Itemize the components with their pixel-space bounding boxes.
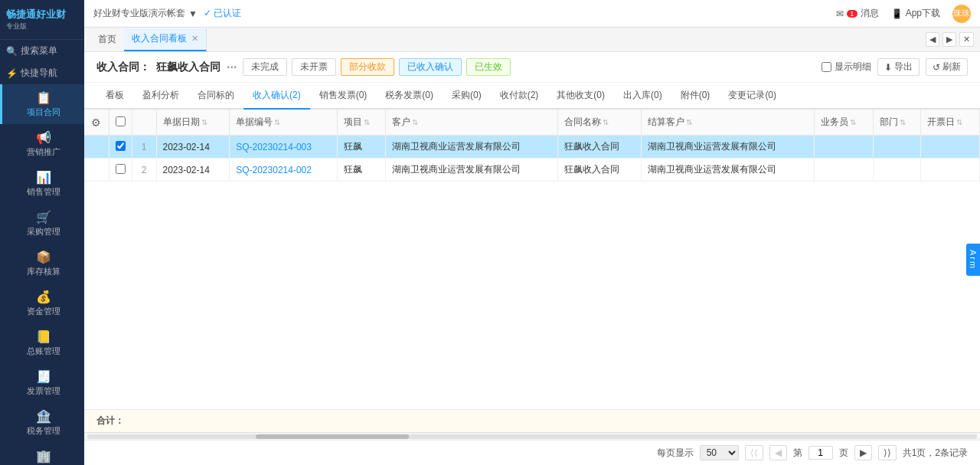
- scrollbar-thumb[interactable]: [256, 434, 409, 439]
- certified-badge: ✓ 已认证: [204, 7, 241, 20]
- row2-checkbox[interactable]: [109, 159, 132, 182]
- tab-home[interactable]: 首页: [90, 28, 124, 51]
- sidebar-item-inventory[interactable]: 📦 库存核算: [0, 244, 84, 283]
- sidebar-item-tax[interactable]: 🏦 税务管理: [0, 403, 84, 443]
- invoice-icon: 🧾: [36, 369, 51, 384]
- pagination: 每页显示 20 50 100 ⟨⟨ ◀ 第 页 ▶ ⟩⟩ 共1页，2条记录: [84, 440, 980, 465]
- status-not-complete[interactable]: 未完成: [243, 58, 287, 76]
- sub-tab-sales-invoice[interactable]: 销售发票(0): [310, 83, 377, 110]
- row2-order-no[interactable]: SQ-20230214-002: [230, 159, 338, 182]
- prev-page-btn[interactable]: ◀: [769, 445, 787, 460]
- col-project-header[interactable]: 项目 ⇅: [338, 110, 385, 136]
- app-download-btn[interactable]: 📱 App下载: [891, 7, 940, 20]
- tab-close-icon[interactable]: ✕: [191, 34, 198, 44]
- first-page-btn[interactable]: ⟨⟨: [745, 445, 763, 460]
- row1-contract-name: 狂飙收入合同: [558, 136, 642, 159]
- sub-tabs: 看板 盈利分析 合同标的 收入确认(2) 销售发票(0) 税务发票(0) 采购(…: [84, 83, 980, 110]
- row2-num: 2: [132, 159, 156, 182]
- sub-tab-contract-standard[interactable]: 合同标的: [188, 83, 243, 110]
- tabbar-next-btn[interactable]: ▶: [942, 32, 956, 47]
- pagination-total: 共1页，2条记录: [903, 447, 968, 460]
- message-btn[interactable]: ✉ 1 消息: [836, 7, 879, 20]
- sidebar-item-accounting[interactable]: 📒 总账管理: [0, 323, 84, 363]
- col-open-date-header[interactable]: 开票日 ⇅: [921, 110, 980, 136]
- sidebar-search-menu[interactable]: 🔍 搜索菜单: [0, 40, 84, 62]
- sub-tab-other-income[interactable]: 其他收支(0): [547, 83, 614, 110]
- sort-customer-icon: ⇅: [412, 118, 418, 126]
- col-salesperson-header[interactable]: 业务员 ⇅: [814, 110, 873, 136]
- app-icon: 📱: [891, 8, 903, 19]
- search-icon: 🔍: [6, 46, 18, 57]
- company-arrow-icon: ▼: [188, 8, 198, 19]
- accounting-icon: 📒: [36, 329, 51, 344]
- status-effective[interactable]: 已生效: [466, 58, 511, 76]
- table-footer: 合计：: [84, 409, 980, 432]
- per-page-select[interactable]: 20 50 100: [700, 445, 739, 460]
- table-row[interactable]: 1 2023-02-14 SQ-20230214-003 狂飙 湖南卫视商业运营…: [84, 136, 980, 159]
- sub-tab-profit[interactable]: 盈利分析: [133, 83, 188, 110]
- sub-tab-outbound[interactable]: 出入库(0): [614, 83, 671, 110]
- sidebar-item-sales[interactable]: 📊 销售管理: [0, 164, 84, 204]
- more-icon[interactable]: ···: [227, 61, 237, 74]
- col-contract-name-header[interactable]: 合同名称 ⇅: [558, 110, 642, 136]
- row2-contract-name: 狂飙收入合同: [558, 159, 642, 182]
- sub-tab-attachments[interactable]: 附件(0): [671, 83, 720, 110]
- status-income-confirmed[interactable]: 已收入确认: [399, 58, 462, 76]
- sort-order-icon: ⇅: [274, 118, 280, 126]
- row1-order-no[interactable]: SQ-20230214-003: [230, 136, 338, 159]
- page-input[interactable]: [808, 446, 833, 460]
- sub-tab-tax-invoice[interactable]: 税务发票(0): [376, 83, 443, 110]
- sidebar-item-finance[interactable]: 💰 资金管理: [0, 283, 84, 323]
- user-avatar-area[interactable]: 珠珠: [952, 5, 971, 23]
- sidebar-item-project[interactable]: 📋 项目合同: [0, 84, 84, 124]
- sidebar-item-purchase[interactable]: 🛒 采购管理: [0, 204, 84, 244]
- row1-open-date: [921, 136, 980, 159]
- refresh-btn[interactable]: ↺ 刷新: [926, 58, 968, 76]
- sidebar-item-marketing[interactable]: 📢 营销推广: [0, 124, 84, 164]
- row2-department: [873, 159, 920, 182]
- row2-date: 2023-02-14: [156, 159, 230, 182]
- col-date-header[interactable]: 单据日期 ⇅: [156, 110, 230, 136]
- tabbar: 首页 收入合同看板 ✕ ◀ ▶ ✕: [84, 28, 980, 52]
- col-customer-header[interactable]: 客户 ⇅: [385, 110, 558, 136]
- show-detail-input[interactable]: [822, 62, 831, 72]
- col-order-no-header[interactable]: 单据编号 ⇅: [230, 110, 338, 136]
- row1-end-customer: 湖南卫视商业运营发展有限公司: [642, 136, 815, 159]
- export-btn[interactable]: ⬇ 导出: [877, 58, 920, 76]
- float-action-btn[interactable]: Arm: [966, 243, 980, 275]
- row1-checkbox[interactable]: [109, 136, 132, 159]
- message-label: 消息: [861, 7, 879, 20]
- sort-department-icon: ⇅: [900, 118, 906, 126]
- status-partial-received[interactable]: 部分收款: [341, 58, 394, 76]
- sidebar-item-assets[interactable]: 🏢 固定资产: [0, 443, 84, 465]
- sub-tab-kanban[interactable]: 看板: [96, 83, 133, 110]
- project-icon: 📋: [36, 90, 51, 105]
- row2-end-customer: 湖南卫视商业运营发展有限公司: [642, 159, 815, 182]
- sidebar-item-invoice[interactable]: 🧾 发票管理: [0, 363, 84, 403]
- status-not-invoiced[interactable]: 未开票: [292, 58, 336, 76]
- last-page-btn[interactable]: ⟩⟩: [878, 445, 897, 460]
- tabbar-close-btn[interactable]: ✕: [959, 32, 974, 47]
- sub-tab-payment[interactable]: 收付款(2): [491, 83, 548, 110]
- company-selector[interactable]: 好业财专业版演示帐套 ▼: [93, 7, 198, 20]
- sub-tab-income-confirm[interactable]: 收入确认(2): [243, 83, 310, 110]
- sub-tab-purchase[interactable]: 采购(0): [443, 83, 491, 110]
- select-all-checkbox[interactable]: [116, 116, 126, 126]
- main-area: 好业财专业版演示帐套 ▼ ✓ 已认证 ✉ 1 消息 📱 App下载 珠珠: [84, 0, 980, 465]
- settings-icon[interactable]: ⚙: [91, 116, 101, 129]
- page-end-label: 页: [839, 447, 848, 460]
- table-row[interactable]: 2 2023-02-14 SQ-20230214-002 狂飙 湖南卫视商业运营…: [84, 159, 980, 182]
- row1-salesperson: [814, 136, 873, 159]
- tab-income-contract[interactable]: 收入合同看板 ✕: [124, 28, 207, 51]
- next-page-btn[interactable]: ▶: [854, 445, 872, 460]
- purchase-icon: 🛒: [36, 210, 51, 224]
- sidebar-quick-nav[interactable]: ⚡ 快捷导航: [0, 62, 84, 84]
- topbar-left: 好业财专业版演示帐套 ▼ ✓ 已认证: [93, 7, 241, 20]
- col-department-header[interactable]: 部门 ⇅: [873, 110, 920, 136]
- col-end-customer-header[interactable]: 结算客户 ⇅: [642, 110, 815, 136]
- horizontal-scrollbar[interactable]: [84, 432, 980, 440]
- sub-tab-change-records[interactable]: 变更记录(0): [719, 83, 786, 110]
- tabbar-prev-btn[interactable]: ◀: [926, 32, 939, 47]
- show-detail-checkbox[interactable]: 显示明细: [822, 61, 871, 74]
- inventory-icon: 📦: [36, 250, 51, 264]
